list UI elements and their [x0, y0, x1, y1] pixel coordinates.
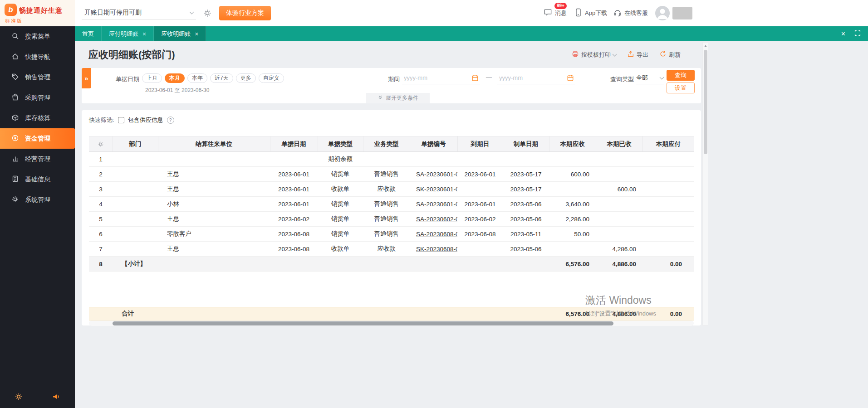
online-service-label: 在线客服	[624, 9, 648, 17]
page-toolbar: 按模板打印 导出 刷新	[572, 41, 681, 68]
doc-no-link[interactable]: SK-20230608-0	[410, 242, 457, 257]
print-label: 按模板打印	[581, 51, 611, 59]
chip-this-month[interactable]: 本月	[165, 73, 185, 83]
header-create-date: 制单日期	[503, 136, 549, 152]
sidebar-item-base-info[interactable]: 基础信息	[0, 169, 75, 189]
table-row: 2王总2023-06-01销货单普通销售SA-20230601-02023-06…	[89, 167, 694, 182]
settings-button[interactable]: 设置	[667, 83, 695, 93]
chevron-down-icon	[613, 52, 617, 56]
sidebar-footer	[0, 387, 75, 408]
doc-no-link[interactable]: SK-20230601-0	[410, 182, 457, 197]
sidebar-item-search-menu[interactable]: 搜索菜单	[0, 26, 75, 47]
sidebar-item-purchase[interactable]: 采购管理	[0, 87, 75, 108]
message-icon	[544, 8, 552, 18]
double-chevron-down-icon	[378, 95, 383, 102]
table-header-row: 部门 结算往来单位 单据日期 单据类型 业务类型 单据编号 到期日 制单日期 本…	[89, 136, 694, 152]
refresh-button[interactable]: 刷新	[659, 50, 681, 59]
account-book-value: 开账日期可停用可删	[84, 9, 142, 17]
sidebar-item-operations[interactable]: 经营管理	[0, 149, 75, 169]
sidebar-item-quick-nav[interactable]: 快捷导航	[0, 47, 75, 67]
sidebar-item-sales[interactable]: 销售管理	[0, 67, 75, 87]
sidebar-item-inventory[interactable]: 库存核算	[0, 108, 75, 128]
sidebar-item-label: 基础信息	[25, 175, 50, 184]
header-receivable: 本期应收	[549, 136, 596, 152]
tab-label: 首页	[82, 30, 94, 38]
period-from-input[interactable]	[402, 72, 466, 83]
print-by-template-button[interactable]: 按模板打印	[572, 50, 616, 59]
doc-date-label: 单据日期	[116, 75, 139, 83]
chevron-down-icon	[660, 75, 664, 79]
online-service-button[interactable]: 在线客服	[613, 0, 648, 26]
table-row: 5王总2023-06-02销货单普通销售SA-20230602-02023-06…	[89, 212, 694, 227]
user-name-blurred[interactable]	[672, 7, 692, 19]
expand-more-label: 展开更多条件	[386, 94, 418, 102]
scroll-up-arrow-icon[interactable]	[704, 45, 707, 47]
period-to-input[interactable]	[497, 72, 561, 83]
ledger-card: 快速筛选: 包含供应信息 ? 部门 结算往来单位 单据日期 单据类型 业务类型	[82, 110, 701, 325]
chip-this-year[interactable]: 本年	[187, 73, 207, 83]
query-type-select[interactable]: 全部	[636, 72, 664, 84]
refresh-icon	[659, 50, 667, 59]
app-title: 畅捷通好生意	[19, 6, 63, 15]
export-button[interactable]: 导出	[627, 50, 648, 59]
header-payable: 本期应付	[642, 136, 694, 152]
sidebar-item-funds[interactable]: 资金管理	[0, 128, 75, 149]
trial-solution-button[interactable]: 体验行业方案	[219, 6, 271, 20]
top-bar: b 畅捷通好生意 标准版 开账日期可停用可删 体验行业方案 99+ 消息 App…	[0, 0, 868, 26]
user-avatar[interactable]	[655, 6, 670, 20]
expand-more-conditions[interactable]: 展开更多条件	[366, 93, 430, 103]
sidebar-item-label: 库存核算	[25, 114, 50, 122]
app-edition: 标准版	[5, 18, 23, 24]
chip-more[interactable]: 更多	[236, 73, 256, 83]
table-row: 1期初余额	[89, 152, 694, 167]
close-icon[interactable]: ×	[142, 31, 146, 37]
doc-no-link[interactable]: SA-20230601-0	[410, 167, 457, 182]
tab-receivable-ledger[interactable]: 应收明细账 ×	[154, 26, 206, 41]
gear-icon[interactable]	[15, 393, 23, 403]
include-supplier-label: 包含供应信息	[128, 116, 163, 124]
help-icon[interactable]: ?	[167, 117, 174, 124]
fullscreen-icon[interactable]	[854, 30, 861, 38]
expand-panel-icon[interactable]: »	[82, 68, 91, 88]
date-chip-group: 上月 本月 本年 近7天 更多 自定义	[142, 73, 284, 83]
doc-no-link[interactable]: SA-20230608-0	[410, 227, 457, 242]
chevron-down-icon	[190, 10, 194, 15]
sidebar-item-system[interactable]: 系统管理	[0, 189, 75, 210]
sidebar-item-label: 系统管理	[25, 196, 50, 204]
filter-panel: » 单据日期 上月 本月 本年 近7天 更多 自定义 2023-06-01 至 …	[82, 68, 701, 103]
header-due-date: 到期日	[457, 136, 503, 152]
tab-home[interactable]: 首页	[75, 26, 102, 41]
doc-no-link[interactable]: SA-20230601-0	[410, 197, 457, 212]
close-icon[interactable]: ×	[195, 31, 198, 37]
account-book-select[interactable]: 开账日期可停用可删	[82, 6, 196, 20]
horizontal-scrollbar-thumb[interactable]	[113, 321, 613, 325]
horizontal-scrollbar[interactable]	[89, 321, 694, 326]
column-settings-icon[interactable]	[89, 136, 113, 152]
date-range-text: 2023-06-01 至 2023-06-30	[145, 87, 209, 94]
doc-no-link[interactable]: SA-20230602-0	[410, 212, 457, 227]
horn-icon[interactable]	[52, 393, 60, 403]
export-icon	[627, 50, 634, 59]
total-received: 4,886.00	[596, 307, 642, 321]
header-biz-type: 业务类型	[363, 136, 410, 152]
messages-button[interactable]: 99+ 消息	[544, 0, 567, 26]
vertical-scrollbar-thumb[interactable]	[704, 50, 707, 154]
search-button[interactable]: 查询	[667, 70, 695, 81]
chip-last-month[interactable]: 上月	[142, 73, 162, 83]
bag-icon	[11, 93, 19, 102]
sidebar-item-label: 销售管理	[25, 73, 50, 82]
tab-label: 应收明细账	[161, 30, 191, 38]
vertical-scrollbar[interactable]	[702, 42, 708, 325]
sidebar-item-label: 经营管理	[25, 155, 50, 163]
doc-icon	[11, 175, 19, 184]
headset-icon	[613, 9, 622, 18]
tab-label: 应付明细账	[109, 30, 138, 38]
settings-gear-icon[interactable]	[203, 9, 212, 18]
tab-payable-ledger[interactable]: 应付明细账 ×	[102, 26, 154, 41]
close-all-icon[interactable]: ×	[841, 30, 845, 38]
chip-last-7-days[interactable]: 近7天	[210, 73, 233, 83]
include-supplier-checkbox[interactable]	[118, 117, 124, 123]
period-separator: —	[486, 74, 492, 81]
chip-custom[interactable]: 自定义	[259, 73, 284, 83]
app-download-button[interactable]: App下载	[574, 0, 607, 26]
